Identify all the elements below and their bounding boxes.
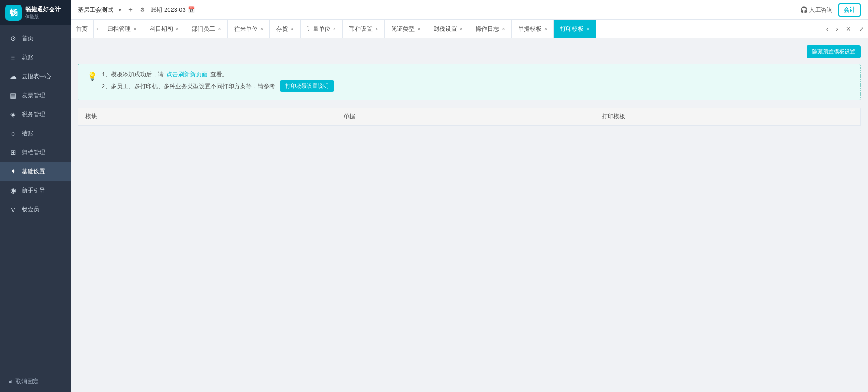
sidebar-label-closing: 结账: [22, 129, 33, 137]
settings-icon[interactable]: ⚙: [140, 6, 145, 13]
sidebar-footer-label: 取消固定: [15, 378, 39, 386]
sidebar-footer[interactable]: ◄ 取消固定: [0, 371, 71, 392]
refresh-link[interactable]: 点击刷新新页面: [166, 71, 208, 79]
tab-print[interactable]: 打印模板×: [554, 20, 596, 38]
sidebar-icon-home: ⊙: [9, 34, 17, 43]
main-content: 基层工会测试 ▾ ＋ ⚙ 账期 2023-03 📅 🎧 人工咨询 会计 首页‹归…: [71, 0, 868, 392]
sidebar-item-report[interactable]: ☁ 云报表中心: [0, 67, 71, 86]
sidebar-item-invoice[interactable]: ▤ 发票管理: [0, 86, 71, 105]
period-display: 账期 2023-03 📅: [151, 6, 195, 14]
tab-expand-btn[interactable]: ⤢: [855, 20, 868, 38]
calendar-icon[interactable]: 📅: [188, 6, 195, 13]
sidebar-icon-report: ☁: [9, 72, 17, 80]
info-line2-before: 2、多员工、多打印机、多种业务类型设置不同打印方案等，请参考: [102, 82, 275, 90]
sidebar-icon-invoice: ▤: [9, 91, 17, 99]
sidebar-label-invoice: 发票管理: [22, 91, 45, 99]
add-company-icon[interactable]: ＋: [127, 5, 134, 14]
tab-close-unit[interactable]: ×: [333, 26, 336, 32]
col-receipt: 单据: [336, 108, 594, 125]
tab-close-inventory[interactable]: ×: [291, 26, 293, 32]
tab-close-voucher[interactable]: ×: [417, 26, 420, 32]
tab-prev-btn[interactable]: ‹: [823, 20, 833, 38]
sidebar-label-home: 首页: [22, 34, 33, 43]
sidebar-item-member[interactable]: V 畅会员: [0, 200, 71, 219]
tab-unit[interactable]: 计量单位×: [301, 20, 343, 38]
company-dropdown-icon[interactable]: ▾: [118, 6, 122, 13]
tab-close-archive[interactable]: ×: [133, 26, 136, 32]
tab-voucher[interactable]: 凭证类型×: [385, 20, 427, 38]
sidebar-icon-guide: ◉: [9, 186, 17, 194]
tab-close-currency[interactable]: ×: [375, 26, 378, 32]
tab-label-supplier: 往来单位: [234, 25, 258, 33]
sidebar-icon-archive: ⊞: [9, 148, 17, 156]
tab-dept[interactable]: 部门员工×: [185, 20, 227, 38]
logo-icon: 畅: [5, 5, 22, 21]
info-line-2: 2、多员工、多打印机、多种业务类型设置不同打印方案等，请参考 打印场景设置说明: [102, 80, 851, 92]
tab-template[interactable]: 单据模板×: [512, 20, 554, 38]
tab-taxset[interactable]: 财税设置×: [427, 20, 469, 38]
period-label: 账期: [151, 6, 162, 14]
tab-label-voucher: 凭证类型: [391, 25, 415, 33]
sidebar: 畅 畅捷通好会计 体验版 ⊙ 首页 ≡ 总账 ☁ 云报表中心 ▤ 发票管理 ◈ …: [0, 0, 71, 392]
sidebar-item-archive[interactable]: ⊞ 归档管理: [0, 143, 71, 162]
tab-oplog[interactable]: 操作日志×: [469, 20, 511, 38]
tab-next-btn[interactable]: ›: [832, 20, 842, 38]
sidebar-item-ledger[interactable]: ≡ 总账: [0, 48, 71, 67]
period-value: 2023-03: [164, 6, 186, 13]
tab-label-template: 单据模板: [518, 25, 542, 33]
table-header: 模块 单据 打印模板: [78, 108, 860, 126]
tab-inventory[interactable]: 存货×: [270, 20, 300, 38]
sidebar-icon-ledger: ≡: [9, 53, 17, 61]
print-scene-btn[interactable]: 打印场景设置说明: [280, 80, 334, 92]
sidebar-icon-closing: ○: [9, 129, 17, 137]
sidebar-label-basic: 基础设置: [22, 167, 45, 175]
info-box: 💡 1、模板添加成功后，请点击刷新新页面查看。 2、多员工、多打印机、多种业务类…: [78, 64, 861, 100]
tab-close-all-btn[interactable]: ✕: [842, 20, 855, 38]
tab-close-template[interactable]: ×: [544, 26, 547, 32]
sidebar-item-guide[interactable]: ◉ 新手引导: [0, 181, 71, 200]
sidebar-icon-member: V: [9, 205, 17, 213]
service-btn[interactable]: 🎧 人工咨询: [800, 6, 833, 14]
sidebar-item-home[interactable]: ⊙ 首页: [0, 29, 71, 48]
sidebar-icon-tax: ◈: [9, 110, 17, 118]
sidebar-label-ledger: 总账: [22, 53, 33, 61]
tab-close-supplier[interactable]: ×: [260, 26, 263, 32]
sidebar-label-tax: 税务管理: [22, 110, 45, 118]
logo-title: 畅捷通好会计: [25, 5, 61, 14]
unpin-icon: ◄: [7, 378, 13, 385]
top-bar: 基层工会测试 ▾ ＋ ⚙ 账期 2023-03 📅 🎧 人工咨询 会计: [71, 0, 868, 20]
tab-label-print: 打印模板: [560, 25, 584, 33]
tab-bar: 首页‹归档管理×科目期初×部门员工×往来单位×存货×计量单位×币种设置×凭证类型…: [71, 20, 868, 38]
tab-currency[interactable]: 币种设置×: [343, 20, 385, 38]
sidebar-item-closing[interactable]: ○ 结账: [0, 124, 71, 143]
tab-supplier[interactable]: 往来单位×: [228, 20, 270, 38]
tab-close-subject[interactable]: ×: [176, 26, 179, 32]
tab-close-oplog[interactable]: ×: [502, 26, 505, 32]
info-line1-after: 查看。: [210, 71, 228, 79]
sidebar-logo: 畅 畅捷通好会计 体验版: [0, 0, 71, 25]
sidebar-item-tax[interactable]: ◈ 税务管理: [0, 105, 71, 124]
info-box-content: 1、模板添加成功后，请点击刷新新页面查看。 2、多员工、多打印机、多种业务类型设…: [102, 71, 851, 94]
hide-template-btn[interactable]: 隐藏预置模板设置: [807, 45, 861, 58]
info-line-1: 1、模板添加成功后，请点击刷新新页面查看。: [102, 71, 851, 79]
sidebar-item-basic[interactable]: ✦ 基础设置: [0, 162, 71, 181]
col-template: 打印模板: [594, 108, 860, 125]
tab-home[interactable]: 首页: [71, 20, 94, 38]
sidebar-label-member: 畅会员: [22, 205, 39, 213]
kuaiji-btn[interactable]: 会计: [838, 3, 861, 17]
tab-close-taxset[interactable]: ×: [460, 26, 462, 32]
tab-close-print[interactable]: ×: [586, 26, 589, 32]
sidebar-label-report: 云报表中心: [22, 72, 51, 80]
content-top: 隐藏预置模板设置: [78, 45, 861, 64]
tab-label-currency: 币种设置: [349, 25, 373, 33]
lightbulb-icon: 💡: [87, 71, 97, 81]
tab-subject[interactable]: 科目期初×: [143, 20, 185, 38]
tab-archive[interactable]: 归档管理×: [101, 20, 143, 38]
tab-label-inventory: 存货: [276, 25, 288, 33]
tab-close-dept[interactable]: ×: [218, 26, 221, 32]
tab-label-taxset: 财税设置: [434, 25, 457, 33]
print-template-table: 模块 单据 打印模板: [78, 108, 861, 126]
tab-home-nav-arrow[interactable]: ‹: [94, 20, 101, 38]
sidebar-label-guide: 新手引导: [22, 186, 45, 194]
col-module: 模块: [78, 108, 336, 125]
